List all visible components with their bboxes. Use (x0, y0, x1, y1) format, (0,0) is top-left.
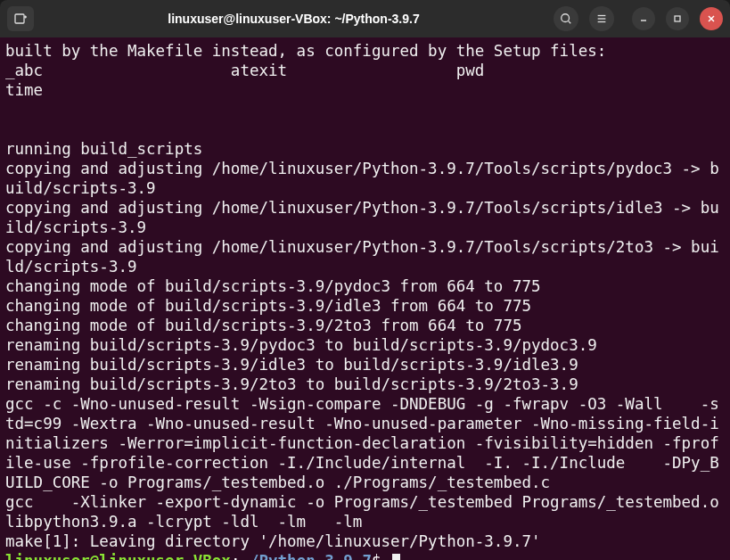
terminal-line: renaming build/scripts-3.9/pydoc3 to bui… (5, 336, 597, 354)
terminal-line: built by the Makefile instead, as config… (5, 42, 606, 60)
search-icon (560, 12, 572, 25)
menu-button[interactable] (589, 6, 614, 31)
hamburger-icon (595, 12, 608, 25)
terminal-line: renaming build/scripts-3.9/2to3 to build… (5, 375, 578, 393)
window-title: linuxuser@linuxuser-VBox: ~/Python-3.9.7 (41, 12, 546, 26)
terminal-output[interactable]: built by the Makefile instead, as config… (0, 37, 730, 560)
titlebar: linuxuser@linuxuser-VBox: ~/Python-3.9.7 (0, 0, 730, 37)
svg-rect-0 (15, 14, 24, 23)
terminal-line: gcc -Xlinker -export-dynamic -o Programs… (5, 493, 728, 531)
terminal-line: _abc atexit pwd (5, 62, 484, 79)
window-controls (632, 7, 723, 30)
prompt-symbol: $ (372, 552, 381, 560)
cursor (392, 554, 400, 560)
terminal-line: changing mode of build/scripts-3.9/idle3… (5, 297, 531, 315)
svg-line-4 (569, 21, 571, 24)
new-tab-button[interactable] (7, 6, 34, 31)
terminal-line: renaming build/scripts-3.9/idle3 to buil… (5, 356, 578, 374)
prompt-colon: : (231, 552, 241, 560)
minimize-icon (639, 14, 648, 23)
svg-rect-9 (675, 16, 680, 21)
prompt-path: ~/Python-3.9.7 (240, 552, 372, 560)
terminal-line: copying and adjusting /home/linuxuser/Py… (5, 199, 719, 236)
maximize-button[interactable] (666, 7, 689, 30)
close-icon (707, 14, 716, 23)
svg-point-3 (562, 14, 570, 22)
terminal-line: changing mode of build/scripts-3.9/2to3 … (5, 317, 521, 334)
minimize-button[interactable] (632, 7, 655, 30)
terminal-line: running build_scripts (5, 140, 202, 158)
close-button[interactable] (700, 7, 723, 30)
terminal-line: time (5, 81, 43, 99)
terminal-line: copying and adjusting /home/linuxuser/Py… (5, 160, 719, 197)
new-tab-icon (13, 12, 28, 26)
search-button[interactable] (554, 6, 578, 31)
titlebar-right (554, 6, 723, 31)
prompt: linuxuser@linuxuser-VBox:~/Python-3.9.7$ (5, 552, 400, 560)
titlebar-left (7, 6, 34, 31)
prompt-user-host: linuxuser@linuxuser-VBox (5, 552, 231, 560)
terminal-line: copying and adjusting /home/linuxuser/Py… (5, 238, 719, 276)
terminal-line: changing mode of build/scripts-3.9/pydoc… (5, 277, 541, 295)
maximize-icon (673, 14, 682, 23)
terminal-line: make[1]: Leaving directory '/home/linuxu… (5, 532, 541, 550)
terminal-line: gcc -c -Wno-unused-result -Wsign-compare… (5, 395, 719, 491)
